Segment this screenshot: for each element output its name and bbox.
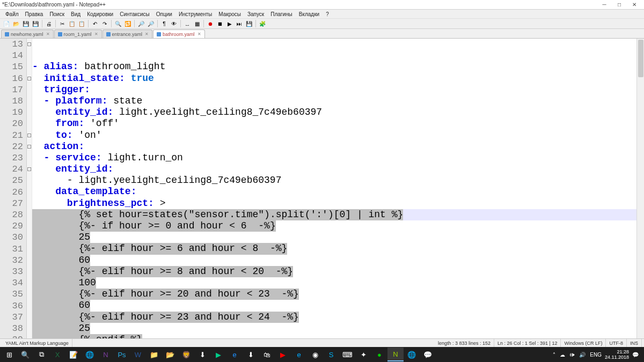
cut-icon[interactable]: ✂: [58, 19, 67, 28]
menu-0[interactable]: Файл: [2, 11, 22, 17]
photoshop-icon[interactable]: Ps: [114, 348, 130, 361]
code-line[interactable]: entity_id:: [32, 164, 644, 175]
fold-toggle-icon[interactable]: -: [27, 77, 31, 80]
code-line[interactable]: - light.yeelight_ceiling8_7c49eb60397: [32, 175, 644, 186]
copy-icon[interactable]: 📋: [68, 19, 76, 28]
picasa-icon[interactable]: 🌐: [82, 348, 98, 361]
fold-column[interactable]: -----: [27, 39, 32, 338]
tab-close-icon[interactable]: ✕: [46, 32, 50, 36]
menu-8[interactable]: Макросы: [215, 11, 244, 17]
menu-10[interactable]: Плагины: [267, 11, 296, 17]
youtube-icon[interactable]: ▶: [275, 348, 291, 361]
open-file-icon[interactable]: 📂: [12, 19, 20, 28]
menu-4[interactable]: Кодировки: [84, 11, 116, 17]
tab-close-icon[interactable]: ✕: [145, 32, 149, 36]
code-area[interactable]: - alias: bathroom_light initial_state: t…: [32, 39, 644, 338]
maximize-button[interactable]: □: [612, 1, 627, 9]
download-icon[interactable]: ⬇: [243, 348, 259, 361]
tab-bathroom-yaml[interactable]: bathroom.yaml✕: [153, 29, 205, 38]
menu-12[interactable]: ?: [323, 11, 332, 17]
tray-clock[interactable]: 21:28 24.11.2018: [605, 349, 629, 360]
code-line[interactable]: initial_state: true: [32, 73, 644, 84]
tab-close-icon[interactable]: ✕: [197, 32, 201, 36]
app3-icon[interactable]: ●: [371, 348, 387, 361]
code-line[interactable]: {%- elif hour >= 23 and hour < 24 -%}: [32, 312, 644, 323]
code-line[interactable]: data_template:: [32, 186, 644, 197]
code-line[interactable]: - alias: bathroom_light: [32, 61, 644, 72]
run-multiple-icon[interactable]: ⏭: [235, 19, 244, 28]
editor[interactable]: 1314151617181920212223242526272829303132…: [0, 39, 644, 338]
save-all-icon[interactable]: 💾: [31, 19, 40, 28]
code-line[interactable]: to: 'on': [32, 130, 644, 141]
indent-guide-icon[interactable]: ⎵: [183, 19, 192, 28]
code-line[interactable]: 60: [32, 300, 644, 311]
minimize-button[interactable]: ─: [597, 1, 612, 9]
menu-2[interactable]: Поиск: [46, 11, 68, 17]
tray-chevron-icon[interactable]: ˄: [552, 352, 557, 358]
ie-icon[interactable]: e: [226, 348, 243, 361]
code-line[interactable]: 60: [32, 255, 644, 266]
redo-icon[interactable]: ↷: [100, 19, 109, 28]
stop-macro-icon[interactable]: ⏹: [216, 19, 224, 28]
menu-9[interactable]: Запуск: [244, 11, 267, 17]
taskbar[interactable]: ⊞ 🔍 ⧉ X 📝 🌐 N Ps W 📁 📂 🦁 ⬇ ▶ e ⬇ 🛍 ▶ e ◉…: [0, 347, 644, 362]
menu-3[interactable]: Вид: [68, 11, 84, 17]
code-line[interactable]: {% endif %}: [32, 334, 644, 338]
code-line[interactable]: {%- elif hour >= 8 and hour < 20 -%}: [32, 266, 644, 277]
tray-lang[interactable]: ENG: [589, 352, 603, 358]
fold-icon[interactable]: ▦: [193, 19, 201, 28]
tab-entrance-yaml[interactable]: entrance.yaml✕: [103, 29, 153, 38]
code-line[interactable]: entity_id: light.yeelight_ceiling8_7c49e…: [32, 107, 644, 118]
tray-volume-icon[interactable]: 🔊: [578, 352, 587, 358]
vertical-scrollbar[interactable]: [636, 39, 644, 338]
tab-room_1-yaml[interactable]: room_1.yaml✕: [54, 29, 102, 38]
search-icon[interactable]: 🔍: [17, 348, 33, 361]
folder-icon[interactable]: 📂: [162, 348, 178, 361]
print-icon[interactable]: 🖨: [45, 19, 53, 28]
fold-toggle-icon[interactable]: -: [27, 42, 31, 46]
tray-notifications-icon[interactable]: 💬: [631, 352, 640, 358]
word-icon[interactable]: W: [130, 348, 146, 361]
fold-toggle-icon[interactable]: -: [27, 134, 31, 137]
code-line[interactable]: {%- elif hour >= 6 and hour < 8 -%}: [32, 243, 644, 254]
terminal-icon[interactable]: ⌨: [339, 348, 355, 361]
app2-icon[interactable]: ✦: [355, 348, 371, 361]
store-icon[interactable]: 🛍: [259, 348, 275, 361]
show-all-chars-icon[interactable]: 👁: [170, 19, 178, 28]
tray-onedrive-icon[interactable]: ☁: [559, 352, 566, 358]
wmp-icon[interactable]: ▶: [210, 348, 226, 361]
note-icon[interactable]: 📝: [65, 348, 82, 361]
replace-icon[interactable]: 🔁: [123, 19, 132, 28]
excel-icon[interactable]: X: [49, 348, 65, 361]
close-button[interactable]: ✕: [627, 1, 642, 9]
fold-toggle-icon[interactable]: -: [27, 167, 31, 171]
start-button[interactable]: ⊞: [1, 348, 17, 361]
chrome-icon[interactable]: ◉: [307, 348, 323, 361]
code-line[interactable]: brightness_pct: >: [32, 198, 644, 209]
code-line[interactable]: from: 'off': [32, 118, 644, 129]
save-icon[interactable]: 💾: [21, 19, 30, 28]
skype-icon[interactable]: S: [323, 348, 339, 361]
notepadpp-taskbar-icon[interactable]: N: [387, 348, 404, 361]
menu-11[interactable]: Вкладки: [296, 11, 323, 17]
onenote-icon[interactable]: N: [98, 348, 114, 361]
task-view-icon[interactable]: ⧉: [33, 348, 49, 361]
find-icon[interactable]: 🔍: [114, 19, 122, 28]
aimp-icon[interactable]: 🦁: [178, 348, 194, 361]
system-tray[interactable]: ˄ ☁ 🕪 🔊 ENG 21:28 24.11.2018 💬: [552, 349, 643, 360]
code-line[interactable]: action:: [32, 141, 644, 152]
explorer-icon[interactable]: 📁: [146, 348, 162, 361]
app4-icon[interactable]: 🌐: [404, 348, 420, 361]
menu-7[interactable]: Инструменты: [175, 11, 215, 17]
save-macro-icon[interactable]: 💾: [245, 19, 253, 28]
code-line[interactable]: 25: [32, 323, 644, 334]
zoom-out-icon[interactable]: 🔎: [147, 19, 155, 28]
tray-network-icon[interactable]: 🕪: [568, 352, 576, 358]
menu-1[interactable]: Правка: [22, 11, 47, 17]
edge-icon[interactable]: e: [291, 348, 307, 361]
undo-icon[interactable]: ↶: [91, 19, 99, 28]
paste-icon[interactable]: 📋: [77, 19, 86, 28]
code-line[interactable]: - platform: state: [32, 95, 644, 107]
plugin-icon[interactable]: 🧩: [258, 19, 267, 28]
tab-newhome-yaml[interactable]: newhome.yaml✕: [1, 29, 54, 38]
